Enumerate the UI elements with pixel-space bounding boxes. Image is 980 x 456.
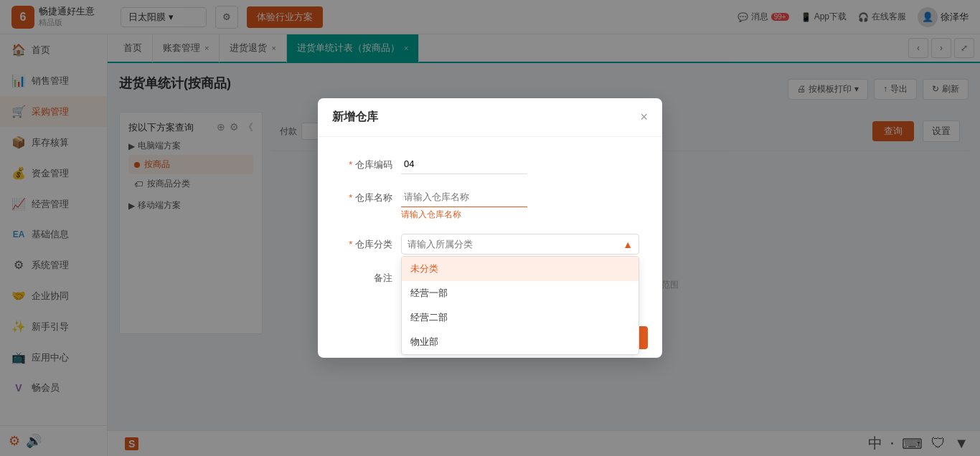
category-input[interactable] — [402, 234, 617, 254]
modal-title: 新增仓库 — [332, 110, 378, 125]
modal-header: 新增仓库 × — [318, 98, 662, 137]
cat-option-3[interactable]: 物业部 — [402, 330, 639, 354]
name-input[interactable] — [401, 187, 527, 207]
form-row-category: 仓库分类 ▲ 未分类 经营一部 经营二部 物业部 — [341, 234, 639, 255]
category-toggle-button[interactable]: ▲ — [617, 236, 639, 253]
category-input-wrap: ▲ — [401, 234, 639, 255]
form-row-name: 仓库名称 请输入仓库名称 — [341, 187, 639, 221]
modal-close-button[interactable]: × — [640, 110, 648, 125]
cat-option-2[interactable]: 经营二部 — [402, 305, 639, 330]
category-label: 仓库分类 — [341, 234, 392, 251]
category-control: ▲ 未分类 经营一部 经营二部 物业部 — [401, 234, 639, 255]
code-label: 仓库编码 — [341, 154, 392, 171]
cat-option-0[interactable]: 未分类 — [402, 257, 639, 281]
name-error-area: 请输入仓库名称 — [401, 209, 461, 221]
category-dropdown: 未分类 经营一部 经营二部 物业部 — [401, 256, 639, 355]
name-label: 仓库名称 — [341, 187, 392, 204]
modal-new-warehouse: 新增仓库 × 仓库编码 仓库名称 请输入仓库名称 — [318, 98, 662, 358]
code-input[interactable] — [401, 154, 527, 174]
modal-overlay[interactable]: 新增仓库 × 仓库编码 仓库名称 请输入仓库名称 — [0, 0, 980, 456]
note-label: 备注 — [341, 267, 392, 285]
form-row-code: 仓库编码 — [341, 154, 639, 174]
code-control — [401, 154, 639, 174]
modal-body: 仓库编码 仓库名称 请输入仓库名称 仓库分类 — [318, 137, 662, 318]
cat-option-1[interactable]: 经营一部 — [402, 281, 639, 305]
name-error-message: 请输入仓库名称 — [401, 209, 461, 219]
name-control — [401, 187, 527, 207]
